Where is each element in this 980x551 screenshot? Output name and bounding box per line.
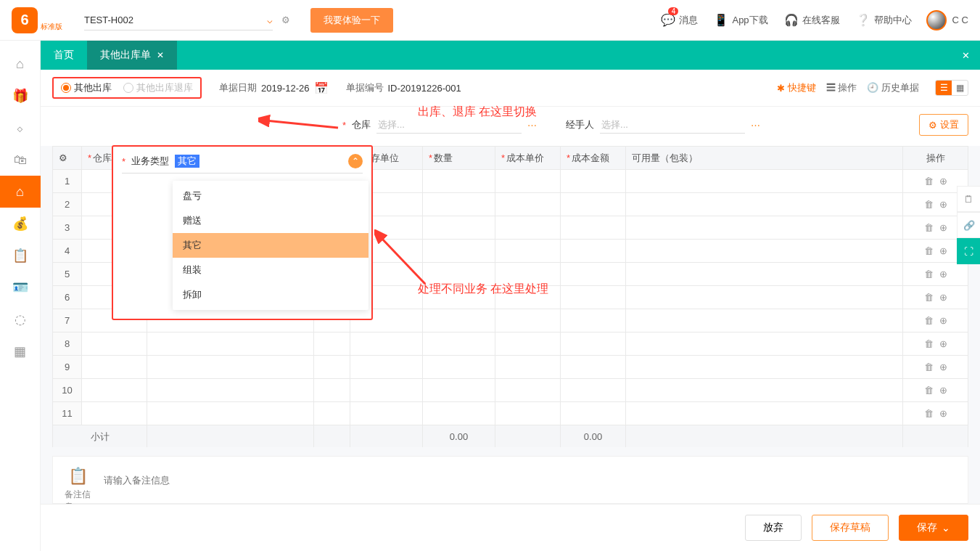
footer-actions: 放弃 保存草稿 保存 ⌄ — [41, 504, 980, 551]
table-row[interactable]: 10🗑⊕ — [53, 379, 968, 402]
sidebar-warehouse-icon[interactable]: ⌂ — [0, 176, 41, 208]
tab-home[interactable]: 首页 — [41, 41, 87, 70]
row-ops: 🗑⊕ — [903, 332, 968, 356]
user-name: C C — [952, 15, 968, 25]
delete-icon[interactable]: 🗑 — [924, 408, 934, 419]
doc-date-value[interactable]: 2019-12-26 — [261, 83, 310, 94]
sidebar-clipboard-icon[interactable]: 📋 — [0, 240, 41, 272]
view-list-icon[interactable]: ☰ — [936, 81, 952, 95]
delete-icon[interactable]: 🗑 — [924, 269, 934, 279]
add-icon[interactable]: ⊕ — [939, 176, 947, 187]
add-icon[interactable]: ⊕ — [939, 269, 947, 279]
delete-icon[interactable]: 🗑 — [924, 176, 934, 187]
delete-icon[interactable]: 🗑 — [924, 292, 934, 303]
save-button[interactable]: 保存 ⌄ — [899, 515, 968, 541]
add-icon[interactable]: ⊕ — [939, 315, 947, 326]
view-grid-icon[interactable]: ▦ — [952, 81, 968, 95]
sidebar-id-icon[interactable]: 🪪 — [0, 272, 41, 303]
dropdown-item-selected[interactable]: 其它 — [173, 233, 368, 258]
add-icon[interactable]: ⊕ — [939, 362, 947, 372]
more-icon[interactable]: ⋯ — [751, 120, 760, 131]
operate-button[interactable]: ☰ 操作 — [826, 81, 857, 94]
column-gear[interactable]: ⚙ — [53, 147, 82, 170]
delete-icon[interactable]: 🗑 — [924, 199, 934, 210]
sidebar-money-icon[interactable]: 💰 — [0, 208, 41, 240]
app-download-button[interactable]: 📱 App下载 — [714, 13, 767, 27]
top-header: 6 标准版 TEST-H002 ⌵ ⚙ 我要体验一下 💬 消息 4 📱 App下… — [0, 0, 980, 41]
dropdown-item[interactable]: 组装 — [173, 258, 368, 282]
radio-on-icon — [61, 83, 71, 93]
delete-icon[interactable]: 🗑 — [924, 338, 934, 349]
help-center-button[interactable]: ❔ 帮助中心 — [856, 13, 912, 27]
add-icon[interactable]: ⊕ — [939, 245, 947, 256]
close-icon[interactable]: ✕ — [157, 50, 164, 60]
remark-input[interactable] — [104, 475, 956, 486]
subtotal-label: 小计 — [53, 425, 147, 448]
delete-icon[interactable]: 🗑 — [924, 222, 934, 233]
org-selector[interactable]: TEST-H002 ⌵ — [84, 10, 273, 30]
view-toggle: ☰ ▦ — [935, 80, 968, 96]
column-ops: 操作 — [903, 147, 968, 170]
messages-button[interactable]: 💬 消息 4 — [661, 13, 698, 27]
warehouse-label: 仓库 — [352, 118, 371, 131]
remark-icon: 📋 备注信息 — [65, 467, 91, 493]
expand-icon[interactable]: ⛶ — [957, 238, 980, 264]
tabs-close-all[interactable]: ✕ — [951, 41, 980, 70]
trial-button[interactable]: 我要体验一下 — [310, 8, 393, 33]
discard-button[interactable]: 放弃 — [745, 515, 802, 541]
business-type-field[interactable]: * 业务类型 其它 ⌃ — [122, 154, 363, 174]
add-icon[interactable]: ⊕ — [939, 199, 947, 210]
add-icon[interactable]: ⊕ — [939, 292, 947, 303]
settings-button[interactable]: ⚙ 设置 — [919, 114, 968, 136]
row-ops: 🗑⊕ — [903, 379, 968, 402]
online-service-button[interactable]: 🎧 在线客服 — [784, 13, 840, 27]
delete-icon[interactable]: 🗑 — [924, 245, 934, 256]
dropdown-item[interactable]: 盘亏 — [173, 184, 368, 208]
phone-icon: 📱 — [714, 13, 728, 27]
shortcut-button[interactable]: ✱ 快捷键 — [777, 81, 816, 94]
row-ops: 🗑⊕ — [903, 286, 968, 309]
chevron-up-icon[interactable]: ⌃ — [348, 154, 363, 168]
link-icon[interactable]: 🔗 — [957, 212, 980, 238]
delete-icon[interactable]: 🗑 — [924, 362, 934, 372]
doc-toolbar: 其他出库 其他出库退库 单据日期 2019-12-26 📅 单据编号 ID-20… — [41, 70, 980, 107]
sidebar-ring-icon[interactable]: ◌ — [0, 303, 41, 335]
add-icon[interactable]: ⊕ — [939, 338, 947, 349]
sidebar-home-icon[interactable]: ⌂ — [0, 48, 41, 80]
delete-icon[interactable]: 🗑 — [924, 315, 934, 326]
table-row[interactable]: 8🗑⊕ — [53, 332, 968, 356]
add-icon[interactable]: ⊕ — [939, 385, 947, 396]
delete-icon[interactable]: 🗑 — [924, 385, 934, 396]
warehouse-input[interactable] — [376, 116, 522, 134]
doc-no-label: 单据编号 — [346, 81, 384, 94]
tab-current[interactable]: 其他出库单 ✕ — [87, 41, 177, 70]
row-index: 3 — [53, 216, 82, 240]
avatar[interactable] — [926, 10, 947, 30]
sidebar-gift-icon[interactable]: 🎁 — [0, 80, 41, 112]
radio-return[interactable]: 其他出库退库 — [123, 81, 193, 94]
note-icon[interactable]: 🗒 — [957, 186, 980, 212]
handler-input[interactable] — [600, 116, 745, 134]
row-ops: 🗑⊕ — [903, 402, 968, 425]
row-index: 8 — [53, 332, 82, 356]
add-icon[interactable]: ⊕ — [939, 408, 947, 419]
column-available: 可用量（包装） — [626, 147, 903, 170]
page-tabs: 首页 其他出库单 ✕ ✕ — [41, 41, 980, 70]
gear-icon[interactable]: ⚙ — [281, 15, 290, 25]
sidebar-new-icon[interactable]: ▦ — [0, 335, 41, 367]
sidebar-house-icon[interactable]: ⬦ — [0, 112, 41, 144]
dropdown-item[interactable]: 赠送 — [173, 208, 368, 233]
table-row[interactable]: 11🗑⊕ — [53, 402, 968, 425]
dropdown-item[interactable]: 拆卸 — [173, 282, 368, 307]
column-cost-amount: *成本金额 — [561, 147, 626, 170]
row-index: 9 — [53, 356, 82, 379]
more-icon[interactable]: ⋯ — [527, 120, 537, 131]
table-row[interactable]: 9🗑⊕ — [53, 356, 968, 379]
sidebar-bag-icon[interactable]: 🛍 — [0, 144, 41, 176]
row-index: 5 — [53, 263, 82, 286]
radio-out[interactable]: 其他出库 — [61, 81, 112, 94]
save-draft-button[interactable]: 保存草稿 — [812, 515, 889, 541]
history-button[interactable]: 🕘 历史单据 — [867, 81, 919, 94]
calendar-icon[interactable]: 📅 — [314, 81, 329, 95]
add-icon[interactable]: ⊕ — [939, 222, 947, 233]
